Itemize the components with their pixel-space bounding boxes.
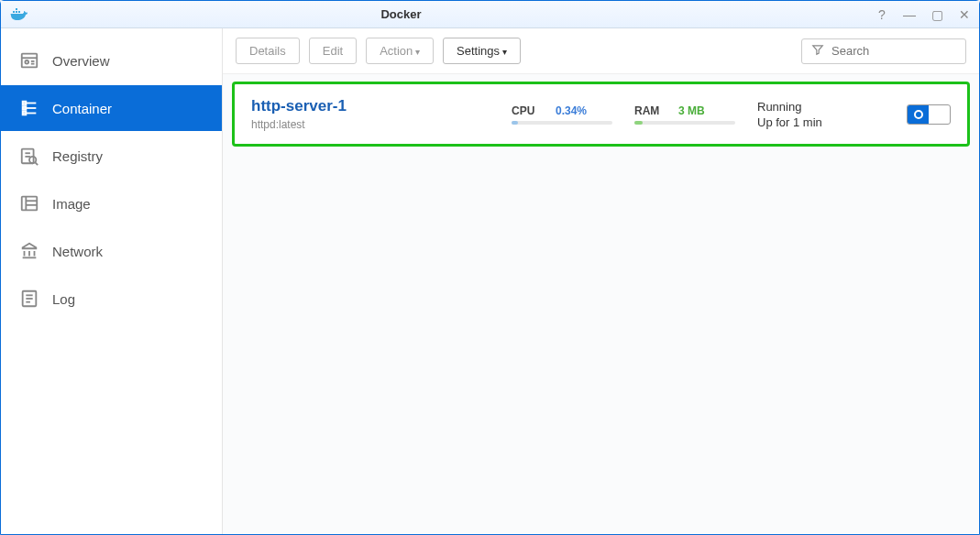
svg-rect-20: [22, 197, 38, 211]
container-card[interactable]: http-server-1 httpd:latest CPU 0.34% RAM: [232, 82, 970, 147]
docker-whale-icon: [8, 4, 30, 26]
help-icon[interactable]: ?: [875, 7, 889, 22]
cpu-bar: [512, 121, 612, 125]
sidebar-item-label: Registry: [52, 148, 103, 164]
svg-point-6: [25, 60, 28, 64]
app-window: Docker ? — ▢ ✕ Overview Container: [0, 0, 980, 535]
settings-button[interactable]: Settings: [443, 38, 521, 64]
log-icon: [19, 289, 39, 309]
sidebar-item-label: Log: [52, 291, 75, 307]
sidebar-item-container[interactable]: Container: [1, 85, 222, 131]
toolbar: Details Edit Action Settings: [223, 28, 979, 74]
svg-line-19: [35, 162, 38, 165]
main: Details Edit Action Settings http-server…: [223, 28, 979, 534]
close-icon[interactable]: ✕: [957, 7, 972, 22]
maximize-icon[interactable]: ▢: [930, 7, 944, 22]
cpu-label: CPU: [512, 104, 541, 117]
sidebar-item-label: Network: [52, 244, 103, 259]
sidebar-item-registry[interactable]: Registry: [1, 133, 222, 179]
ram-label: RAM: [634, 104, 664, 117]
toggle-on-icon: [914, 110, 923, 119]
search-input[interactable]: [831, 44, 979, 58]
ram-value: 3 MB: [678, 104, 705, 117]
network-icon: [19, 241, 39, 261]
sidebar-item-overview[interactable]: Overview: [1, 38, 222, 83]
sidebar-item-log[interactable]: Log: [1, 276, 222, 322]
svg-rect-4: [22, 54, 38, 68]
overview-icon: [19, 50, 39, 71]
container-status: Running: [757, 100, 858, 114]
sidebar: Overview Container Registry Image: [1, 28, 223, 534]
sidebar-item-label: Image: [52, 196, 91, 212]
ram-metric: RAM 3 MB: [634, 104, 735, 125]
svg-rect-2: [18, 11, 20, 13]
body: Overview Container Registry Image: [1, 28, 979, 534]
power-toggle[interactable]: [907, 104, 951, 125]
sidebar-item-label: Overview: [52, 53, 110, 69]
svg-rect-3: [16, 8, 17, 10]
sidebar-item-network[interactable]: Network: [1, 228, 222, 274]
container-icon: [19, 98, 39, 118]
details-button[interactable]: Details: [236, 38, 300, 64]
edit-button[interactable]: Edit: [309, 38, 357, 64]
window-title: Docker: [38, 7, 765, 21]
filter-icon: [811, 43, 824, 60]
sidebar-item-label: Container: [52, 101, 112, 116]
cpu-value: 0.34%: [556, 104, 587, 117]
svg-rect-0: [13, 11, 15, 13]
search-box[interactable]: [801, 38, 966, 64]
image-icon: [19, 193, 39, 213]
content: http-server-1 httpd:latest CPU 0.34% RAM: [223, 74, 979, 534]
registry-icon: [19, 146, 39, 166]
container-uptime: Up for 1 min: [757, 115, 858, 129]
svg-rect-1: [16, 11, 17, 13]
ram-bar: [634, 121, 735, 125]
minimize-icon[interactable]: —: [902, 7, 917, 22]
container-image: httpd:latest: [251, 118, 490, 131]
cpu-metric: CPU 0.34%: [512, 104, 612, 125]
container-name: http-server-1: [251, 97, 490, 115]
action-button[interactable]: Action: [366, 38, 434, 64]
sidebar-item-image[interactable]: Image: [1, 180, 222, 226]
titlebar: Docker ? — ▢ ✕: [1, 1, 979, 28]
